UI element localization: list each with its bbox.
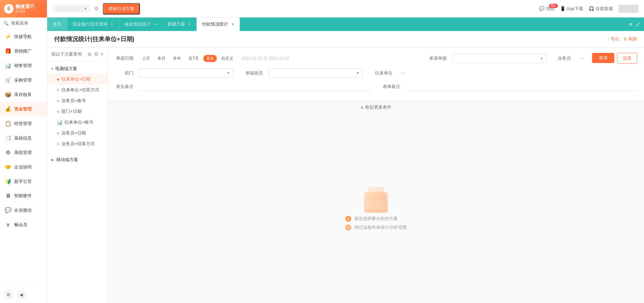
query-button[interactable]: 查询 <box>592 53 614 63</box>
pc-group-header[interactable]: ▾ 电脑端方案 <box>47 64 108 74</box>
tab-label: 首页 <box>53 21 61 27</box>
sidebar-item-label: 快捷导航 <box>14 34 32 40</box>
fullscreen-icon[interactable]: ⤢ <box>636 21 640 28</box>
sidebar-item-inventory[interactable]: 📦 库存核算 <box>0 87 47 102</box>
sidebar-item-finance[interactable]: 💰 资金管理 <box>0 102 47 116</box>
tab-label: 新建方案 <box>168 21 185 27</box>
export-button[interactable]: ↑ 导出 <box>607 36 620 42</box>
sidebar-item-label: 采购管理 <box>14 77 32 83</box>
scheme-item-label: 往来单位+结算方式 <box>61 87 99 93</box>
sidebar-item-member[interactable]: ∨ 畅会员 <box>0 217 47 232</box>
sidebar-item-marketing[interactable]: 🎁 营销推广 <box>0 44 47 58</box>
tab-payment-stats[interactable]: 付款情况统计 × <box>197 18 240 31</box>
filter-row-2: 部门 ▾ 单据状态 ▾ 往来单位 ··· <box>115 68 637 78</box>
last-7days-btn[interactable]: 近7天 <box>185 54 202 63</box>
more-date-btn[interactable]: 更多 <box>203 55 217 62</box>
collapse-scheme-icon[interactable]: « <box>100 51 104 57</box>
search-menu[interactable]: 🔍 搜索菜单 <box>0 18 47 29</box>
scheme-item-salesman-date[interactable]: ≡ 业务员+日期 <box>47 128 108 139</box>
tab-new-scheme[interactable]: 新建方案 × <box>162 18 197 31</box>
scheme-item-partner-account[interactable]: 📊 往来单位+账号 <box>47 117 108 128</box>
sidebar-item-quick-nav[interactable]: ⚡ 快捷导航 <box>0 29 47 44</box>
tab-label: 付款情况统计 <box>202 21 228 27</box>
sidebar-item-wechat[interactable]: 💬 企业微信 <box>0 203 47 217</box>
sidebar-item-sales[interactable]: 📊 销售管理 <box>0 58 47 73</box>
body-note-input[interactable] <box>406 82 637 91</box>
current-year-btn[interactable]: 本年 <box>170 54 184 63</box>
settings-icon[interactable]: ⚙ <box>94 5 99 12</box>
finance-icon: 💰 <box>5 106 11 112</box>
sidebar-item-guide[interactable]: 🔰 新手引导 <box>0 174 47 189</box>
tab-close-icon[interactable]: × <box>111 22 113 27</box>
sidebar-item-label: 销售管理 <box>14 63 32 69</box>
sidebar-item-basic-info[interactable]: 📑 基础信息 <box>0 131 47 145</box>
scheme-item-label: 业务员+结算方式 <box>61 141 95 147</box>
partner-more-btn[interactable]: ··· <box>398 69 408 77</box>
message-button[interactable]: 💬 消息 99+ <box>539 6 555 12</box>
member-icon: ∨ <box>5 221 11 228</box>
sidebar-item-hardware[interactable]: 🖥 智能硬件 <box>0 189 47 203</box>
company-select[interactable]: ▾ <box>53 5 90 12</box>
settings-button[interactable]: 设置 <box>617 53 637 64</box>
add-scheme-button[interactable]: ⊕ <box>87 51 92 57</box>
settings-footer-button[interactable]: ⚙ <box>3 290 13 300</box>
app-download-button[interactable]: 📱 App下载 <box>560 6 583 12</box>
scheme-item-salesman-settlement[interactable]: ≡ 业务员+结算方式 <box>47 139 108 149</box>
logo-name: 畅捷通巧 <box>16 4 34 9</box>
scheme-item-partner-date[interactable]: ● 往来单位+日期 <box>47 74 108 85</box>
dept-select[interactable]: ▾ <box>139 68 233 78</box>
sidebar-item-label: 基础信息 <box>14 135 32 141</box>
message-badge: 99+ <box>549 4 558 8</box>
sidebar-nav: ⚡ 快捷导航 🎁 营销推广 📊 销售管理 🛒 采购管理 📦 库存核算 💰 资金管… <box>0 29 47 286</box>
scheme-icon: ≡ <box>57 130 59 136</box>
tab-receipt-stats[interactable]: 收款情况统计 × <box>119 18 162 31</box>
scheme-icon: ≡ <box>57 87 59 93</box>
salesman-more-btn[interactable]: ··· <box>576 55 587 62</box>
chevron-down-icon: ▾ <box>227 70 230 75</box>
current-month-btn[interactable]: 本月 <box>154 54 169 63</box>
sidebar-item-system[interactable]: ⚙ 系统管理 <box>0 145 47 160</box>
chevron-down-icon: ▾ <box>51 66 53 71</box>
custom-btn[interactable]: 自定义 <box>218 54 236 63</box>
scheme-item-dept-date[interactable]: ≡ 部门+日期 <box>47 106 108 117</box>
purchase-icon: 🛒 <box>5 77 11 83</box>
collapse-sidebar-button[interactable]: ◀ <box>16 290 26 300</box>
inventory-icon: 📦 <box>5 91 11 98</box>
salesman-label: 业务员 <box>552 55 571 61</box>
close-tab-icon[interactable]: ✕ <box>628 21 633 28</box>
tab-home[interactable]: 首页 <box>47 18 67 31</box>
mobile-group-header[interactable]: ▶ 移动端方案 <box>47 155 108 165</box>
filter-row-1: 单据日期 上月 本月 本年 近7天 更多 自定义 2022-01-01 至 20… <box>115 53 637 64</box>
online-service-button[interactable]: 🎧 在线客服 <box>589 6 613 12</box>
trial-button[interactable]: 体验行业方案 <box>103 3 140 14</box>
refresh-button[interactable]: ↻ 刷新 <box>623 36 637 42</box>
source-select[interactable]: ▾ <box>452 54 547 63</box>
sidebar-item-label: 库存核算 <box>14 92 32 98</box>
scheme-item-partner-settlement[interactable]: ≡ 往来单位+结算方式 <box>47 85 108 95</box>
last-month-btn[interactable]: 上月 <box>139 54 153 63</box>
status-select[interactable]: ▾ <box>268 68 363 78</box>
page-header: 付款情况统计(往来单位+日期) ↑ 导出 ↻ 刷新 <box>47 31 644 48</box>
page: 付款情况统计(往来单位+日期) ↑ 导出 ↻ 刷新 按以下方案查询 ⊕ <box>47 31 644 303</box>
tab-close-icon[interactable]: × <box>154 22 156 27</box>
sidebar-item-label: 新手引导 <box>14 179 32 185</box>
sidebar-item-label: 经营管理 <box>14 121 32 127</box>
user-avatar[interactable] <box>618 5 639 13</box>
collapse-conditions-button[interactable]: ∧ 收起更多条件 <box>108 101 644 113</box>
sidebar-item-purchase[interactable]: 🛒 采购管理 <box>0 73 47 87</box>
quick-nav-icon: ⚡ <box>5 33 11 40</box>
tab-bank-flow[interactable]: 现金银行流水查询 × <box>67 18 119 31</box>
sidebar-item-cooperation[interactable]: 🤝 企业协同 <box>0 160 47 174</box>
scheme-icon: ≡ <box>57 141 59 147</box>
sidebar-item-operation[interactable]: 📋 经营管理 <box>0 116 47 131</box>
scheme-settings-icon[interactable]: ⚙ <box>94 51 98 57</box>
scheme-item-salesman-account[interactable]: ≡ 业务员+账号 <box>47 95 108 106</box>
filter-form: 单据日期 上月 本月 本年 近7天 更多 自定义 2022-01-01 至 20… <box>108 48 644 101</box>
tab-close-icon[interactable]: × <box>232 22 234 27</box>
scheme-item-label: 业务员+日期 <box>61 130 86 136</box>
header-note-input[interactable] <box>139 82 371 91</box>
tabbar: 首页 现金银行流水查询 × 收款情况统计 × 新建方案 × 付款情况统计 × ✕… <box>47 18 644 31</box>
date-label: 单据日期 <box>115 55 134 61</box>
empty-text: 1 请先选择要分析的方案 2 用过滤条件来缩小分析范围 <box>345 216 407 231</box>
tab-close-icon[interactable]: × <box>188 22 191 27</box>
